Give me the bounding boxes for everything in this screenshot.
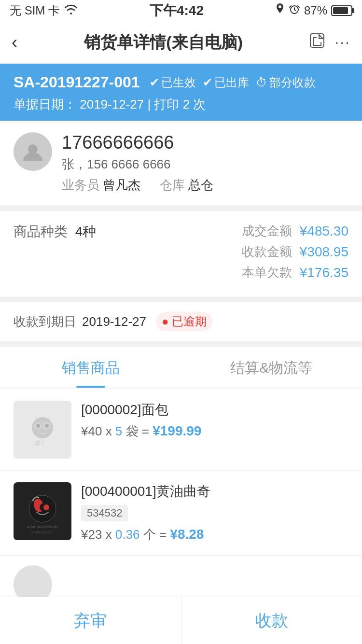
customer-info: 17666666666 张，156 6666 6666 业务员 曾凡杰 仓库 总…	[62, 132, 348, 194]
wifi-icon	[64, 4, 78, 17]
stats-right: 成交金额 ¥485.30 收款金额 ¥308.95 本单欠款 ¥176.35	[242, 223, 348, 285]
battery-icon	[331, 5, 352, 16]
stats-row: 商品种类 4种 成交金额 ¥485.30 收款金额 ¥308.95 本单欠款 ¥…	[14, 223, 348, 285]
overdue-badge: ● 已逾期	[156, 312, 212, 331]
due-date: 2019-12-27	[82, 314, 146, 329]
product-sku-2: 534532	[81, 505, 128, 521]
tag-partial: ⏱ 部分收款	[256, 75, 316, 90]
product-thumb-1: 兽+	[14, 401, 71, 459]
location-icon	[275, 3, 285, 18]
due-section: 收款到期日 2019-12-27 ● 已逾期	[0, 302, 362, 341]
avatar	[14, 132, 52, 171]
product-name-2: [000400001]黄油曲奇	[81, 482, 348, 501]
customer-phone-display: 17666666666	[62, 132, 348, 153]
product-name-1: [0000002]面包	[81, 401, 348, 419]
overdue-icon: ●	[162, 315, 169, 328]
product-item-2: advanced whale whalemaster [000400001]黄油…	[0, 471, 362, 555]
product-item-1: 兽+ [0000002]面包 ¥40 x 5 袋 = ¥199.99	[0, 389, 362, 471]
product-info-1: [0000002]面包 ¥40 x 5 袋 = ¥199.99	[81, 401, 348, 440]
check-icon-2: ✔	[203, 76, 212, 89]
salesperson-label: 业务员	[62, 178, 99, 192]
tag-shipped: ✔ 已出库	[203, 75, 249, 90]
bottom-bar: 弃审 收款	[0, 597, 362, 644]
svg-text:兽+: 兽+	[35, 440, 44, 447]
status-left: 无 SIM 卡	[10, 3, 78, 18]
back-button[interactable]: ‹	[12, 32, 17, 53]
product-price-1: ¥40 x 5 袋 = ¥199.99	[81, 423, 348, 440]
collected-item: 收款金额 ¥308.95	[242, 243, 348, 260]
status-bar: 无 SIM 卡 下午4:42 87%	[0, 0, 362, 21]
amount-item: 成交金额 ¥485.30	[242, 223, 348, 239]
order-banner: SA-20191227-001 ✔ 已生效 ✔ 已出库 ⏱ 部分收款 单据日期：…	[0, 64, 362, 121]
warehouse-label: 仓库	[160, 178, 185, 192]
tab-products[interactable]: 销售商品	[0, 347, 181, 388]
product-thumb-2: advanced whale whalemaster	[14, 482, 71, 540]
tag-effective: ✔ 已生效	[150, 75, 196, 90]
nav-bar: ‹ 销货单详情(来自电脑) ···	[0, 21, 362, 64]
svg-point-13	[43, 504, 49, 510]
status-tags: ✔ 已生效 ✔ 已出库 ⏱ 部分收款	[150, 75, 316, 90]
customer-meta: 业务员 曾凡杰 仓库 总仓	[62, 177, 348, 194]
cancel-button[interactable]: 弃审	[0, 597, 181, 644]
svg-text:advanced whale: advanced whale	[27, 524, 58, 529]
battery-text: 87%	[304, 4, 327, 17]
customer-section: 17666666666 张，156 6666 6666 业务员 曾凡杰 仓库 总…	[0, 121, 362, 205]
product-info-2: [000400001]黄油曲奇 534532 ¥23 x 0.36 个 = ¥8…	[81, 482, 348, 543]
divider-1	[0, 206, 362, 211]
stats-left: 商品种类 4种	[14, 223, 96, 241]
overdue-text: 已逾期	[172, 314, 207, 329]
tabs-section: 销售商品 结算&物流等	[0, 347, 362, 388]
clock-icon: ⏱	[256, 76, 267, 89]
banner-row1: SA-20191227-001 ✔ 已生效 ✔ 已出库 ⏱ 部分收款	[14, 73, 348, 91]
customer-name-phone: 张，156 6666 6666	[62, 156, 348, 173]
banner-row2: 单据日期： 2019-12-27 | 打印 2 次	[14, 96, 348, 113]
stats-section: 商品种类 4种 成交金额 ¥485.30 收款金额 ¥308.95 本单欠款 ¥…	[0, 211, 362, 296]
check-icon-1: ✔	[150, 76, 159, 89]
warehouse-name: 总仓	[188, 178, 213, 192]
carrier-text: 无 SIM 卡	[10, 3, 60, 18]
status-right: 87%	[275, 3, 352, 18]
svg-text:whalemaster: whalemaster	[30, 530, 53, 534]
warehouse-info: 仓库 总仓	[160, 177, 213, 194]
svg-point-7	[45, 424, 49, 428]
tab-settlement[interactable]: 结算&物流等	[181, 347, 362, 388]
debt-item: 本单欠款 ¥176.35	[242, 264, 348, 281]
svg-point-6	[36, 424, 40, 428]
product-price-2: ¥23 x 0.36 个 = ¥8.28	[81, 526, 348, 543]
due-label: 收款到期日	[14, 313, 76, 330]
share-icon[interactable]	[309, 33, 325, 52]
page-title: 销货单详情(来自电脑)	[84, 31, 243, 54]
divider-3	[0, 342, 362, 347]
divider-2	[0, 297, 362, 302]
confirm-button[interactable]: 收款	[181, 597, 362, 644]
scroll-area: SA-20191227-001 ✔ 已生效 ✔ 已出库 ⏱ 部分收款 单据日期：…	[0, 64, 362, 644]
status-time: 下午4:42	[150, 1, 204, 20]
salesperson-info: 业务员 曾凡杰	[62, 177, 140, 194]
products-section: 兽+ [0000002]面包 ¥40 x 5 袋 = ¥199.99	[0, 389, 362, 617]
nav-actions: ···	[309, 33, 350, 52]
alarm-icon	[289, 3, 300, 18]
order-id: SA-20191227-001	[14, 73, 140, 91]
salesperson-name: 曾凡杰	[103, 178, 140, 192]
more-icon[interactable]: ···	[334, 33, 350, 51]
